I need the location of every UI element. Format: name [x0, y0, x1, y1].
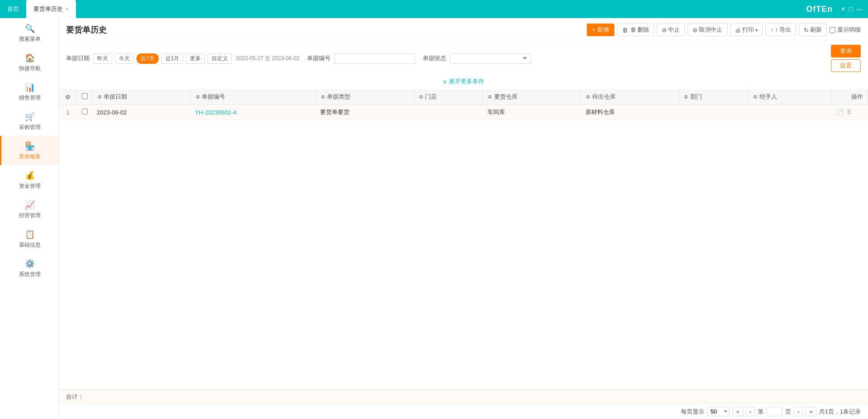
status-select[interactable]	[450, 53, 531, 64]
stop-button[interactable]: ⊘ 中止	[657, 24, 685, 36]
order-no-link[interactable]: YH-20230602-4	[195, 109, 236, 116]
col-settings[interactable]: ⚙	[59, 89, 77, 105]
cancel-stop-button[interactable]: ⊘ 取消中止	[688, 24, 727, 36]
per-page-label: 每页显示	[681, 408, 704, 416]
date-filter-group: 单据日期 昨天 今天 近7天 近1月 更多 自定义 2023-05-27 至 2…	[66, 53, 300, 64]
sidebar-label-operation: 经营管理	[19, 212, 41, 219]
filter-area: 单据日期 昨天 今天 近7天 近1月 更多 自定义 2023-05-27 至 2…	[59, 40, 868, 89]
row-dest-warehouse: 原材料仓库	[581, 105, 679, 120]
col-dest-warehouse[interactable]: ≑ 待出仓库	[581, 89, 679, 105]
sidebar-item-sales[interactable]: 📊 销售管理	[0, 77, 58, 106]
sidebar-item-purchase[interactable]: 🛒 采购管理	[0, 106, 58, 136]
expand-more-icon: ∨	[443, 78, 447, 85]
system-icon: ⚙️	[25, 259, 35, 269]
expand-more-btn[interactable]: ∨ 展开更多条件	[66, 76, 861, 89]
date-btn-more[interactable]: 更多	[186, 53, 205, 64]
new-button[interactable]: + 新增	[587, 24, 614, 36]
next-page-btn[interactable]: ›	[794, 407, 803, 416]
page-label: 第	[758, 408, 764, 416]
date-btn-custom[interactable]: 自定义	[208, 53, 232, 64]
first-page-btn[interactable]: «	[732, 407, 743, 416]
delete-icon: 🗑	[622, 27, 628, 33]
sidebar-item-basic-info[interactable]: 📋 基础信息	[0, 224, 58, 253]
row-req-warehouse: 车间库	[483, 105, 581, 120]
stop-label: 中止	[668, 26, 680, 34]
col-actions-label: 操作	[851, 93, 863, 100]
sidebar-item-inventory[interactable]: 🏪 库存核算	[0, 136, 58, 165]
col-order-type[interactable]: ≑ 单据类型	[316, 89, 414, 105]
date-btn-group: 昨天 今天 近7天 近1月 更多 自定义	[93, 53, 232, 64]
col-order-no-label: ≑ 单据编号	[195, 93, 226, 100]
row-date: 2023-06-02	[92, 105, 190, 120]
page-number-input[interactable]: 1	[766, 407, 783, 416]
date-btn-7days[interactable]: 近7天	[137, 53, 159, 64]
refresh-label: 刷新	[810, 26, 822, 34]
date-btn-1month[interactable]: 近1月	[161, 53, 184, 64]
prev-page-btn[interactable]: ‹	[746, 407, 755, 416]
sidebar-item-system[interactable]: ⚙️ 系统管理	[0, 253, 58, 283]
tab-order-history[interactable]: 要货单历史 ×	[26, 0, 76, 18]
filter-row-1: 单据日期 昨天 今天 近7天 近1月 更多 自定义 2023-05-27 至 2…	[66, 45, 861, 72]
page-title: 要货单历史	[66, 24, 583, 35]
search-icon: 🔍	[25, 24, 35, 33]
sidebar-item-search[interactable]: 🔍 搜索菜单	[0, 18, 58, 48]
col-date-label: ≑ 单据日期	[97, 93, 127, 100]
col-store[interactable]: ≑ 门店	[414, 89, 483, 105]
row-edit-icon[interactable]: 📄	[836, 109, 844, 116]
date-range-display: 2023-05-27 至 2023-06-02	[236, 55, 299, 62]
col-order-no[interactable]: ≑ 单据编号	[190, 89, 316, 105]
settings-gear-icon[interactable]: ⚙	[65, 94, 71, 100]
tab-home[interactable]: 首页	[0, 0, 26, 18]
col-date[interactable]: ≑ 单据日期	[92, 89, 190, 105]
tab-home-label: 首页	[7, 5, 19, 13]
refresh-icon: ↻	[804, 27, 809, 33]
setting-button[interactable]: 设置	[831, 59, 861, 72]
tab-close-icon[interactable]: ×	[66, 6, 69, 12]
table-row: 1 2023-06-02 YH-20230602-4 要货单要货 车间库 原材料…	[59, 105, 868, 120]
select-all-checkbox[interactable]	[82, 93, 88, 99]
print-icon: 🖨	[735, 27, 741, 33]
home-icon: 🏠	[25, 53, 35, 63]
refresh-button[interactable]: ↻ 刷新	[799, 24, 827, 36]
col-handler[interactable]: ≑ 经手人	[748, 89, 832, 105]
purchase-icon: 🛒	[25, 112, 35, 122]
col-req-warehouse[interactable]: ≑ 要货仓库	[483, 89, 581, 105]
sidebar-item-quick-nav[interactable]: 🏠 快捷导航	[0, 48, 58, 77]
window-close-icon[interactable]: ×	[841, 5, 845, 13]
display-detail-checkbox[interactable]	[830, 27, 835, 33]
date-btn-today[interactable]: 今天	[115, 53, 134, 64]
topbar-right: OfTEn × □ —	[802, 5, 868, 14]
stop-icon: ⊘	[662, 27, 667, 33]
per-page-select[interactable]: 50 10 20 100	[707, 407, 730, 416]
last-page-btn[interactable]: »	[806, 407, 816, 416]
col-actions: 操作	[832, 89, 868, 105]
pagination-bar: 每页显示 50 10 20 100 « ‹ 第 1 页 › » 共1页，1条记录	[59, 404, 868, 419]
col-handler-label: ≑ 经手人	[753, 93, 777, 100]
sidebar-label-inventory: 库存核算	[19, 153, 41, 161]
window-restore-icon[interactable]: □	[849, 5, 853, 13]
window-minimize-icon[interactable]: —	[856, 5, 863, 13]
row-checkbox-cell	[77, 105, 92, 120]
print-dropdown-icon: ▾	[755, 28, 758, 33]
table-header-row: ⚙ ≑ 单据日期 ≑ 单据编号 ≑ 单据类型	[59, 89, 868, 105]
sidebar-item-finance[interactable]: 💰 资金管理	[0, 165, 58, 195]
col-store-label: ≑ 门店	[419, 93, 437, 100]
query-button[interactable]: 查询	[831, 45, 861, 57]
delete-button[interactable]: 🗑 🗑 删除	[617, 24, 655, 36]
col-req-warehouse-label: ≑ 要货仓库	[487, 93, 518, 100]
tab-list: 首页 要货单历史 ×	[0, 0, 76, 18]
print-button[interactable]: 🖨 打印 ▾	[730, 24, 763, 36]
sidebar-item-operation[interactable]: 📈 经营管理	[0, 195, 58, 224]
col-department-label: ≑ 部门	[684, 93, 702, 100]
toolbar: + 新增 🗑 🗑 删除 ⊘ 中止 ⊘ 取消中止 🖨 打印 ▾	[587, 24, 861, 36]
display-detail-toggle[interactable]: 显示明细	[830, 26, 861, 34]
row-more-icon[interactable]: ⠿	[847, 109, 851, 116]
export-button[interactable]: ↑ ↑ 导出	[765, 24, 796, 36]
date-filter-label: 单据日期	[66, 54, 90, 62]
order-no-input[interactable]	[334, 53, 415, 64]
cancel-stop-icon: ⊘	[693, 27, 698, 33]
col-department[interactable]: ≑ 部门	[679, 89, 748, 105]
date-btn-yesterday[interactable]: 昨天	[93, 53, 112, 64]
total-info: 共1页，1条记录	[819, 408, 861, 416]
row-checkbox[interactable]	[82, 109, 88, 114]
